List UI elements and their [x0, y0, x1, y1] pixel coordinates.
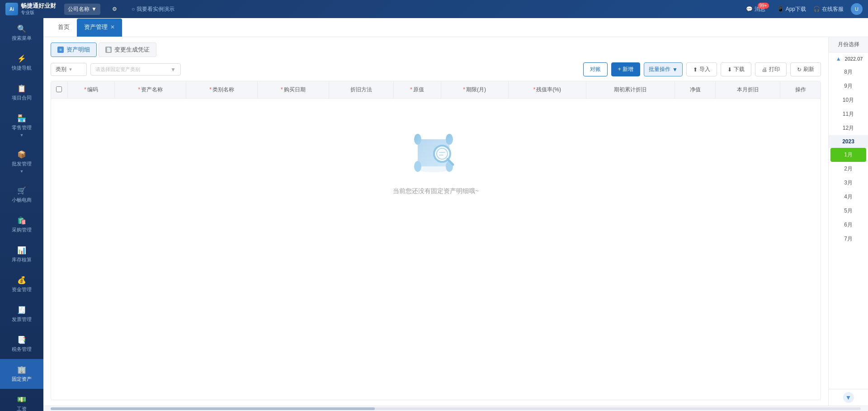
sub-tab-detail-label: 资产明细 — [66, 46, 90, 54]
th-purchase-date: *购买日期 — [257, 81, 329, 99]
headset-icon: 🎧 — [813, 6, 820, 12]
demo-link[interactable]: ○ 我要看实例演示 — [132, 5, 175, 13]
month-nav-down[interactable]: ▼ — [843, 392, 854, 403]
sidebar-item-inventory[interactable]: 📊 库存核算 — [0, 240, 43, 269]
month-item-2022-10[interactable]: 10月 — [829, 93, 868, 107]
project-icon: 📋 — [17, 84, 26, 93]
sidebar-label-inventory: 库存核算 — [12, 256, 32, 263]
sidebar-item-retail[interactable]: 🏪 零售管理 ▼ — [0, 108, 43, 144]
sidebar-label-project: 项目合同 — [12, 94, 32, 101]
sidebar-item-finance[interactable]: 💰 资金管理 — [0, 269, 43, 299]
company-selector[interactable]: 公司名称 ▼ — [64, 4, 100, 15]
retail-expand-arrow: ▼ — [20, 133, 24, 137]
month-panel-header: 月份选择 — [829, 37, 868, 52]
toolbar: 类别 ▼ 请选择固定资产类别 ▼ 对账 + 新增 — [51, 62, 821, 76]
empty-text: 当前您还没有固定资产明细哦~ — [393, 187, 479, 195]
inventory-icon: 📊 — [17, 246, 26, 255]
svg-point-3 — [446, 134, 453, 145]
sub-tab-voucher[interactable]: 📄 变更生成凭证 — [99, 43, 156, 57]
month-item-2022-12[interactable]: 12月 — [829, 121, 868, 135]
demo-link-text: 我要看实例演示 — [137, 5, 175, 13]
month-item-2023-07[interactable]: 7月 — [829, 232, 868, 246]
message-button[interactable]: 💬 消息 99+ — [746, 5, 765, 13]
sidebar-item-invoice[interactable]: 🧾 发票管理 — [0, 299, 43, 329]
sidebar-item-search[interactable]: 🔍 搜索菜单 — [0, 18, 43, 48]
category-placeholder: 请选择固定资产类别 — [95, 66, 140, 73]
month-nav-up[interactable]: ▲ — [834, 54, 843, 63]
refresh-button[interactable]: ↻ 刷新 — [790, 62, 821, 76]
content-area: 首页 资产管理 ✕ ≡ 资产明细 📄 变更生成凭证 — [43, 18, 868, 411]
settings-button[interactable]: ⚙ — [108, 4, 121, 14]
reconcile-label: 对账 — [590, 66, 601, 73]
finance-icon: 💰 — [17, 276, 26, 284]
sidebar-label-search: 搜索菜单 — [12, 35, 32, 42]
month-panel-footer: ▼ — [829, 389, 868, 406]
sidebar-label-quicknav: 快捷导航 — [12, 65, 32, 71]
ecommerce-icon: 🛒 — [17, 186, 26, 195]
import-button[interactable]: ⬆ 导入 — [686, 62, 717, 76]
sidebar-item-quicknav[interactable]: ⚡ 快捷导航 — [0, 48, 43, 78]
th-checkbox — [51, 81, 67, 99]
scroll-thumb — [51, 407, 375, 410]
customer-service-button[interactable]: 🎧 在线客服 — [813, 5, 844, 13]
top-bar: Ai 畅捷通好业财 专业版 公司名称 ▼ ⚙ ○ 我要看实例演示 💬 消息 99… — [0, 0, 868, 18]
sidebar-item-project[interactable]: 📋 项目合同 — [0, 78, 43, 108]
current-year-display: 2022.07 — [845, 56, 863, 61]
month-item-2023-02[interactable]: 2月 — [829, 162, 868, 176]
tab-home[interactable]: 首页 — [51, 19, 77, 37]
toolbar-left: 类别 ▼ 请选择固定资产类别 ▼ — [51, 63, 181, 76]
demo-icon: ○ — [132, 6, 135, 12]
sidebar-item-purchase[interactable]: 🛍️ 采购管理 — [0, 210, 43, 240]
month-item-2023-05[interactable]: 5月 — [829, 204, 868, 218]
category-input[interactable]: 请选择固定资产类别 ▼ — [90, 63, 181, 76]
tab-asset-mgmt[interactable]: 资产管理 ✕ — [77, 19, 122, 37]
batch-label: 批量操作 — [649, 66, 670, 73]
settings-icon: ⚙ — [112, 6, 117, 12]
category-filter-select[interactable]: 类别 ▼ — [51, 63, 87, 76]
app-download-button[interactable]: 📱 App下载 — [777, 5, 806, 13]
th-monthly-depreciation: 本月折旧 — [716, 81, 780, 99]
month-item-2023-04[interactable]: 4月 — [829, 190, 868, 204]
reconcile-button[interactable]: 对账 — [583, 62, 608, 76]
sidebar-item-assets[interactable]: 🏢 固定资产 — [0, 359, 43, 389]
company-dropdown-icon: ▼ — [91, 6, 97, 12]
sidebar-item-ecommerce[interactable]: 🛒 小畅电商 — [0, 180, 43, 210]
month-list: 8月 9月 10月 11月 12月 2023 1月 2月 3月 4月 5月 6月… — [829, 65, 868, 389]
nav-tabs: 首页 资产管理 ✕ — [43, 18, 868, 37]
salary-icon: 💵 — [17, 395, 26, 404]
sidebar-item-wholesale[interactable]: 📦 批发管理 ▼ — [0, 144, 43, 180]
batch-dropdown-icon: ▼ — [672, 66, 678, 73]
sidebar-label-finance: 资金管理 — [12, 286, 32, 293]
month-item-2023-06[interactable]: 6月 — [829, 218, 868, 232]
user-avatar[interactable]: U — [851, 3, 863, 15]
filter-arrow-icon: ▼ — [68, 67, 73, 72]
th-net-value: 净值 — [675, 81, 715, 99]
empty-state: 当前您还没有固定资产明细哦~ — [51, 99, 821, 222]
top-bar-left: Ai 畅捷通好业财 专业版 公司名称 ▼ ⚙ ○ 我要看实例演示 — [5, 2, 741, 16]
sub-tab-detail[interactable]: ≡ 资产明细 — [51, 43, 97, 57]
month-item-2022-08[interactable]: 8月 — [829, 65, 868, 79]
sidebar-item-tax[interactable]: 📑 税务管理 — [0, 329, 43, 359]
month-item-2022-09[interactable]: 9月 — [829, 79, 868, 93]
print-button[interactable]: 🖨 打印 — [755, 62, 787, 76]
add-button[interactable]: + 新增 — [611, 62, 640, 76]
month-item-2023-01[interactable]: 1月 — [830, 148, 866, 162]
refresh-icon: ↻ — [797, 66, 802, 73]
download-button[interactable]: ⬇ 下载 — [721, 62, 751, 76]
sidebar-item-salary[interactable]: 💵 工资 — [0, 389, 43, 411]
th-original-value: *原值 — [393, 81, 441, 99]
sidebar-label-assets: 固定资产 — [12, 376, 32, 383]
list-icon: ≡ — [57, 47, 64, 53]
tab-close-icon[interactable]: ✕ — [110, 24, 115, 30]
batch-button[interactable]: 批量操作 ▼ — [644, 62, 683, 76]
month-panel: 月份选择 ▲ 2022.07 8月 9月 10月 11月 12月 2023 1月… — [828, 37, 868, 406]
month-nav: ▲ 2022.07 — [829, 52, 868, 65]
sidebar-label-ecommerce: 小畅电商 — [12, 197, 32, 203]
assets-icon: 🏢 — [17, 365, 26, 374]
sidebar-label-purchase: 采购管理 — [12, 227, 32, 233]
print-label: 打印 — [769, 66, 780, 73]
month-item-2022-11[interactable]: 11月 — [829, 107, 868, 121]
bottom-scrollbar[interactable] — [43, 406, 868, 411]
select-all-checkbox[interactable] — [56, 86, 62, 92]
month-item-2023-03[interactable]: 3月 — [829, 176, 868, 190]
